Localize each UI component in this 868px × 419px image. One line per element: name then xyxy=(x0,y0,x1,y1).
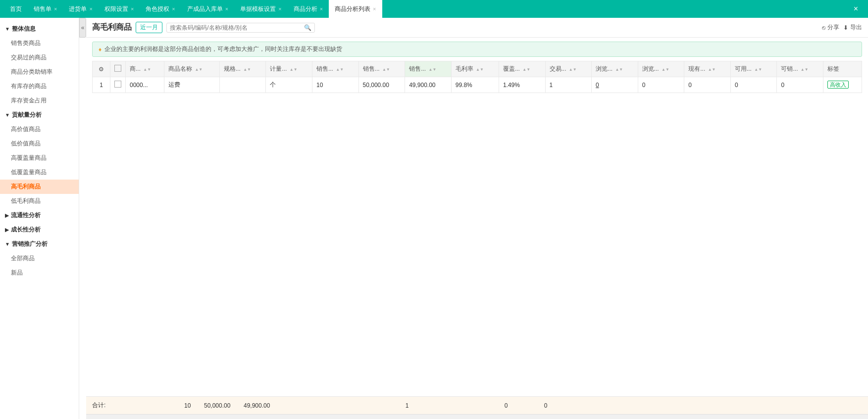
close-icon[interactable]: × xyxy=(131,6,134,12)
footer-totals: 10 50,000.00 49,900.00 1 0 0 xyxy=(115,402,551,409)
sort-icon[interactable]: ▲▼ xyxy=(708,67,716,72)
top-nav: 首页 销售单 × 进货单 × 权限设置 × 角色授权 × 产成品入库单 × 单据… xyxy=(0,0,868,18)
table-container: ⚙ 商... ▲▼ 商品名称 ▲▼ xyxy=(86,61,868,396)
sidebar-item-high-margin[interactable]: 高毛利商品 xyxy=(0,180,79,194)
sidebar-item-traded[interactable]: 交易过的商品 xyxy=(0,50,79,65)
cell-gross-margin: 99.8% xyxy=(451,77,499,93)
sidebar-item-high-coverage[interactable]: 高覆盖量商品 xyxy=(0,151,79,165)
sort-icon[interactable]: ▲▼ xyxy=(476,67,484,72)
col-spec[interactable]: 规格... ▲▼ xyxy=(219,61,266,77)
close-icon[interactable]: × xyxy=(172,6,175,12)
col-sales-qty[interactable]: 销售... ▲▼ xyxy=(312,61,358,77)
footer-sales-amount: 50,000.00 xyxy=(195,402,234,409)
nav-purchase[interactable]: 进货单 × xyxy=(63,0,98,18)
sidebar-item-new-goods[interactable]: 新品 xyxy=(0,266,79,280)
horizontal-scrollbar[interactable] xyxy=(86,414,868,419)
sort-icon[interactable]: ▲▼ xyxy=(754,67,762,72)
info-banner: ♦ 企业的主要的利润都是这部分商品创造的，可考虑加大推广，同时关注库存是不要出现… xyxy=(92,42,862,57)
sort-icon[interactable]: ▲▼ xyxy=(382,67,390,72)
settings-icon[interactable]: ⚙ xyxy=(99,66,104,73)
search-box: 🔍 xyxy=(166,23,315,33)
cell-current-stock: 0 xyxy=(684,77,731,93)
nav-permissions[interactable]: 权限设置 × xyxy=(99,0,140,18)
share-button[interactable]: ⎋ 分享 xyxy=(822,23,839,32)
sidebar-section-marketing[interactable]: ▼ 营销推广分析 xyxy=(0,237,79,251)
col-settings[interactable]: ⚙ xyxy=(93,61,110,77)
sidebar-item-low-coverage[interactable]: 低覆盖量商品 xyxy=(0,165,79,180)
select-all-checkbox[interactable] xyxy=(114,65,121,72)
info-text: 企业的主要的利润都是这部分商品创造的，可考虑加大推广，同时关注库存是不要出现缺货 xyxy=(104,45,342,53)
sort-icon[interactable]: ▲▼ xyxy=(662,67,669,72)
nav-template[interactable]: 单据模板设置 × xyxy=(234,0,287,18)
sidebar-item-low-margin[interactable]: 低毛利商品 xyxy=(0,194,79,208)
sidebar-item-in-stock[interactable]: 有库存的商品 xyxy=(0,79,79,93)
col-saleable[interactable]: 可销... ▲▼ xyxy=(777,61,823,77)
sidebar-section-growth[interactable]: ▶ 成长性分析 xyxy=(0,223,79,237)
col-tag[interactable]: 标签 xyxy=(823,61,862,77)
sort-icon[interactable]: ▲▼ xyxy=(615,67,623,72)
nav-analysis-list[interactable]: 商品分析列表 × xyxy=(329,0,382,18)
sidebar-section-contribution[interactable]: ▼ 贡献量分析 xyxy=(0,108,79,122)
sidebar-item-stock-capital[interactable]: 库存资金占用 xyxy=(0,93,79,108)
close-icon[interactable]: × xyxy=(320,6,323,12)
col-code[interactable]: 商... ▲▼ xyxy=(126,61,164,77)
cell-index: 1 xyxy=(93,77,110,93)
cell-unit: 个 xyxy=(266,77,312,93)
sidebar-item-all-goods[interactable]: 全部商品 xyxy=(0,251,79,266)
nav-home[interactable]: 首页 xyxy=(4,0,28,18)
footer-label: 合计: xyxy=(92,401,105,410)
footer-current-stock: 0 xyxy=(472,402,511,409)
col-gross-margin[interactable]: 毛利率 ▲▼ xyxy=(451,61,499,77)
close-icon[interactable]: × xyxy=(373,6,376,12)
close-icon[interactable]: × xyxy=(225,6,228,12)
sort-icon[interactable]: ▲▼ xyxy=(336,67,344,72)
col-coverage[interactable]: 覆盖... ▲▼ xyxy=(499,61,545,77)
sidebar-item-high-value[interactable]: 高价值商品 xyxy=(0,122,79,137)
cell-sales-amount: 50,000.00 xyxy=(358,77,405,93)
cell-available: 0 xyxy=(730,77,777,93)
sort-icon[interactable]: ▲▼ xyxy=(290,67,298,72)
search-icon[interactable]: 🔍 xyxy=(304,24,311,31)
sort-icon[interactable]: ▲▼ xyxy=(569,67,577,72)
sidebar-item-category-rate[interactable]: 商品分类助销率 xyxy=(0,65,79,79)
cell-browse1[interactable]: 0 xyxy=(592,77,638,93)
col-available[interactable]: 可用... ▲▼ xyxy=(730,61,777,77)
row-checkbox[interactable] xyxy=(114,81,121,88)
sort-icon[interactable]: ▲▼ xyxy=(429,67,437,72)
close-icon[interactable]: × xyxy=(278,6,281,12)
sort-icon[interactable]: ▲▼ xyxy=(801,67,809,72)
col-current-stock[interactable]: 现有... ▲▼ xyxy=(684,61,731,77)
sort-icon[interactable]: ▲▼ xyxy=(195,67,203,72)
sort-icon[interactable]: ▲▼ xyxy=(143,67,151,72)
close-icon[interactable]: × xyxy=(89,6,92,12)
content-area: 高毛利商品 近一月 🔍 ⎋ 分享 ⬇ 导出 ♦ 企业的主要的利润都是这部分商品创… xyxy=(86,18,868,419)
close-icon[interactable]: × xyxy=(54,6,57,12)
filter-month-button[interactable]: 近一月 xyxy=(136,22,162,33)
sidebar-item-sales-goods[interactable]: 销售类商品 xyxy=(0,36,79,50)
nav-analysis[interactable]: 商品分析 × xyxy=(288,0,329,18)
export-button[interactable]: ⬇ 导出 xyxy=(843,23,862,32)
col-name[interactable]: 商品名称 ▲▼ xyxy=(164,61,220,77)
col-browse1[interactable]: 浏览... ▲▼ xyxy=(592,61,638,77)
col-sales-profit[interactable]: 销售... ▲▼ xyxy=(405,61,452,77)
footer-available: 0 xyxy=(511,402,551,409)
nav-sales[interactable]: 销售单 × xyxy=(28,0,63,18)
cell-check[interactable] xyxy=(110,77,126,93)
content-header: 高毛利商品 近一月 🔍 ⎋ 分享 ⬇ 导出 xyxy=(86,18,868,38)
sidebar-section-overall[interactable]: ▼ 整体信息 xyxy=(0,22,79,36)
sidebar-section-liquidity[interactable]: ▶ 流通性分析 xyxy=(0,208,79,223)
close-window-button[interactable]: × xyxy=(848,4,864,13)
sidebar-item-low-value[interactable]: 低价值商品 xyxy=(0,137,79,151)
col-browse2[interactable]: 浏览... ▲▼ xyxy=(638,61,684,77)
col-sales-amount[interactable]: 销售... ▲▼ xyxy=(358,61,405,77)
sidebar-collapse-button[interactable]: « xyxy=(79,18,86,38)
nav-role[interactable]: 角色授权 × xyxy=(140,0,181,18)
search-input[interactable] xyxy=(170,24,304,31)
sort-icon[interactable]: ▲▼ xyxy=(243,67,251,72)
col-check[interactable] xyxy=(110,61,126,77)
nav-stock-in[interactable]: 产成品入库单 × xyxy=(181,0,234,18)
sort-icon[interactable]: ▲▼ xyxy=(522,67,530,72)
col-transaction[interactable]: 交易... ▲▼ xyxy=(545,61,592,77)
page-title: 高毛利商品 xyxy=(92,22,132,33)
col-unit[interactable]: 计量... ▲▼ xyxy=(266,61,312,77)
